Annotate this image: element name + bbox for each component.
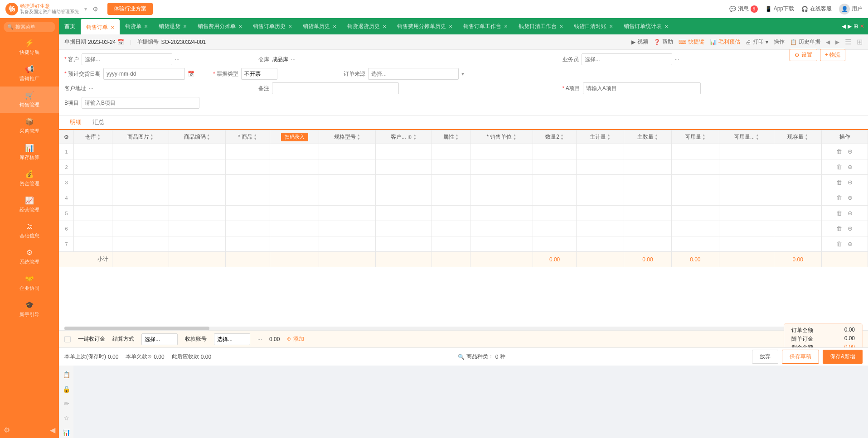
scan-button[interactable]: 扫码录入 <box>281 133 308 141</box>
th-spec[interactable]: 规格型号▲▼ <box>319 130 376 144</box>
print-button[interactable]: 🖨 打印 ▾ <box>746 38 768 46</box>
sidebar-item-system[interactable]: ⚙ 系统管理 <box>0 244 59 270</box>
delete-row-icon[interactable]: 🗑 <box>835 163 844 172</box>
account-more-icon[interactable]: ··· <box>257 336 262 342</box>
th-scan[interactable]: 扫码录入 <box>270 130 319 144</box>
save-new-button[interactable]: 保存&新增 <box>823 350 863 364</box>
sidebar-item-sales[interactable]: 🛒 销售管理 <box>0 87 59 113</box>
delivery-date-input[interactable] <box>103 68 185 80</box>
online-service-button[interactable]: 🎧 在线客服 <box>801 5 832 13</box>
data-table-container[interactable]: ⚙ 仓库▲▼ 商品图片▲▼ 商品编码▲▼ <box>59 130 868 327</box>
sidebar-item-fund[interactable]: 💰 资金管理 <box>0 165 59 192</box>
sidebar-item-purchase[interactable]: 📦 采购管理 <box>0 113 59 139</box>
delete-row-icon[interactable]: 🗑 <box>835 240 844 249</box>
remark-input[interactable] <box>272 82 399 94</box>
th-code[interactable]: 商品编码▲▼ <box>169 130 225 144</box>
copy-row-icon[interactable]: ⊕ <box>846 209 855 218</box>
tab-sales-invoice[interactable]: 销货单 ✕ <box>120 18 153 34</box>
tab-close-icon[interactable]: ✕ <box>333 24 336 29</box>
sidebar-item-newbie[interactable]: 🎓 新手引导 <box>0 296 59 322</box>
tab-next-arrow[interactable]: ▶ <box>848 23 852 29</box>
right-icon-clipboard[interactable]: 📋 <box>61 369 72 380</box>
horizontal-scrollbar[interactable] <box>64 327 863 330</box>
tab-invoice-history[interactable]: 销货单历史 ✕ <box>297 18 342 34</box>
tab-expand-icon[interactable]: ⊞ <box>853 23 858 29</box>
delete-row-icon[interactable]: 🗑 <box>835 193 844 202</box>
scrollbar-thumb[interactable] <box>64 327 209 330</box>
settings-icon[interactable]: ⚙ <box>92 5 98 13</box>
save-draft-button[interactable]: 保存草稿 <box>782 350 819 364</box>
delete-row-icon[interactable]: 🗑 <box>835 209 844 218</box>
operation-button[interactable]: 操作 <box>774 38 785 46</box>
sidebar-item-basic[interactable]: 🗂 基础信息 <box>0 218 59 244</box>
sidebar-collapse-icon[interactable]: ◀ <box>50 426 55 434</box>
a-project-input[interactable] <box>583 82 701 94</box>
add-logistics-btn[interactable]: + 物流 <box>820 49 845 61</box>
shortcut-button[interactable]: ⌨ 快捷键 <box>679 38 704 46</box>
staff-input[interactable] <box>582 53 672 65</box>
tab-fee-history[interactable]: 销售费用分摊单历史 ✕ <box>392 18 458 34</box>
address-more-icon[interactable]: ··· <box>89 85 93 91</box>
th-current[interactable]: 现存量▲▼ <box>774 130 822 144</box>
warehouse-more-icon[interactable]: ··· <box>291 56 296 63</box>
pay-method-select[interactable]: 选择... <box>141 333 178 345</box>
tab-sales-order[interactable]: 销售订单 ✕ <box>81 19 120 34</box>
copy-row-icon[interactable]: ⊕ <box>846 193 855 202</box>
tab-detail[interactable]: 明细 <box>64 116 87 130</box>
delivery-calendar-icon[interactable]: 📅 <box>188 71 194 77</box>
right-icon-lock[interactable]: 🔒 <box>61 384 72 395</box>
tab-close-icon[interactable]: ✕ <box>504 24 508 29</box>
right-icon-edit[interactable]: ✏ <box>61 398 72 409</box>
th-settings[interactable]: ⚙ <box>59 130 74 144</box>
tab-close-icon[interactable]: ✕ <box>111 25 114 30</box>
th-main-unit[interactable]: 主计量▲▼ <box>577 130 624 144</box>
tab-close-icon[interactable]: ✕ <box>449 24 452 29</box>
tab-close-icon[interactable]: ✕ <box>383 24 386 29</box>
tab-cash-reconcile[interactable]: 钱货日清对账 ✕ <box>568 18 618 34</box>
staff-more-icon[interactable]: ··· <box>675 56 679 63</box>
sidebar-item-inventory[interactable]: 📊 库存核算 <box>0 139 59 165</box>
sidebar-item-marketing[interactable]: 📢 营销推广 <box>0 60 59 87</box>
delete-row-icon[interactable]: 🗑 <box>835 224 844 233</box>
tab-summary[interactable]: 汇总 <box>87 116 110 129</box>
tab-cash-workbench[interactable]: 钱货日清工作台 ✕ <box>513 18 568 34</box>
th-main-qty[interactable]: 主数量▲▼ <box>624 130 671 144</box>
discard-button[interactable]: 放弃 <box>752 350 778 364</box>
tab-prev-arrow[interactable]: ◀ <box>842 23 846 29</box>
account-select[interactable]: 选择... <box>214 333 250 345</box>
tab-order-workbench[interactable]: 销售订单工作台 ✕ <box>458 18 513 34</box>
profit-forecast-button[interactable]: 📊 毛利预估 <box>710 38 740 46</box>
right-icon-chart[interactable]: 📊 <box>61 427 72 438</box>
th-attr[interactable]: 属性▲▼ <box>432 130 470 144</box>
tab-sales-return[interactable]: 销货退货 ✕ <box>153 18 192 34</box>
tab-close-icon[interactable]: ✕ <box>609 24 613 29</box>
user-avatar[interactable]: 👤 用户 <box>839 4 863 14</box>
tab-sales-order-history[interactable]: 销售订单历史 ✕ <box>247 18 297 34</box>
tab-close-icon[interactable]: ✕ <box>288 24 292 29</box>
th-qty2[interactable]: 数量2▲▼ <box>533 130 577 144</box>
order-source-dropdown[interactable]: ▾ <box>461 71 464 77</box>
tab-close-icon[interactable]: ✕ <box>144 24 148 29</box>
tab-home[interactable]: 首页 <box>59 18 81 34</box>
sidebar-settings-icon[interactable]: ⚙ <box>4 426 10 434</box>
tab-return-history[interactable]: 销货退货历史 ✕ <box>342 18 392 34</box>
tab-close-icon[interactable]: ✕ <box>664 24 668 29</box>
tab-close-icon[interactable]: ✕ <box>183 24 187 29</box>
grid-view-icon[interactable]: ⊞ <box>857 38 863 46</box>
copy-row-icon[interactable]: ⊕ <box>846 147 855 156</box>
history-order-button[interactable]: 📋 历史单据 <box>790 38 820 46</box>
messages-button[interactable]: 💬 消息 9 <box>729 5 758 13</box>
nav-prev-icon[interactable]: ◀ <box>826 39 830 45</box>
search-menu-button[interactable]: 🔍 搜索菜单 <box>4 22 55 32</box>
sidebar-item-enterprise[interactable]: 🤝 企业协同 <box>0 270 59 296</box>
right-icon-star[interactable]: ☆ <box>61 413 72 424</box>
tab-close-icon[interactable]: ✕ <box>559 24 563 29</box>
tab-sales-stats[interactable]: 销售订单统计表 ✕ <box>618 18 674 34</box>
th-available2[interactable]: 可用量...▲▼ <box>719 130 774 144</box>
th-image[interactable]: 商品图片▲▼ <box>112 130 169 144</box>
copy-row-icon[interactable]: ⊕ <box>846 224 855 233</box>
solution-button[interactable]: 体验行业方案 <box>107 3 153 15</box>
b-project-input[interactable] <box>82 97 199 109</box>
th-available[interactable]: 可用量▲▼ <box>671 130 719 144</box>
sidebar-item-operation[interactable]: 📈 经营管理 <box>0 192 59 218</box>
